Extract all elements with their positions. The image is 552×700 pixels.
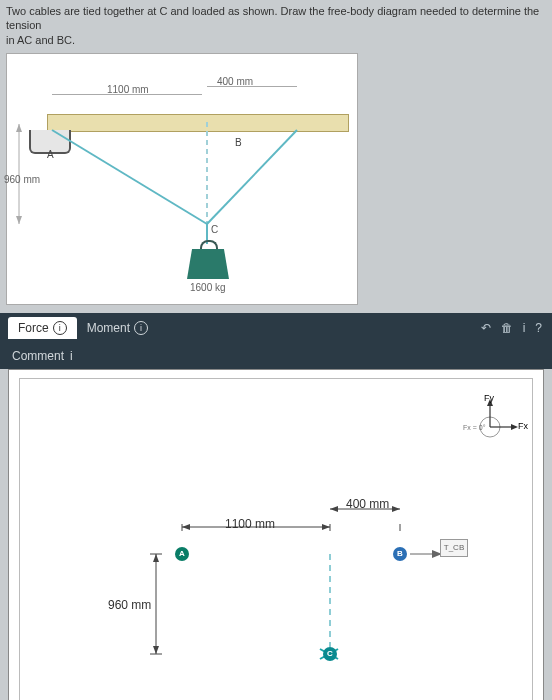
svg-marker-17 — [322, 524, 330, 530]
info-icon[interactable]: i — [53, 321, 67, 335]
dim-400: 400 mm — [217, 76, 253, 87]
node-C[interactable]: C — [323, 647, 337, 661]
prompt-line1: Two cables are tied together at C and lo… — [6, 5, 539, 31]
info-icon[interactable]: i — [70, 349, 73, 363]
svg-marker-6 — [16, 216, 22, 224]
prompt-line2: in AC and BC. — [6, 34, 75, 46]
compass-fy: Fy — [484, 393, 494, 403]
comment-row[interactable]: Comment i — [0, 343, 552, 369]
tension-label-tcb[interactable]: T_CB — [440, 539, 468, 557]
tab-moment-label: Moment — [87, 321, 130, 335]
cables-svg — [7, 54, 357, 304]
comment-label: Comment — [12, 349, 64, 363]
force-compass[interactable]: Fy Fx Fx = 0° — [460, 397, 520, 447]
svg-line-1 — [52, 130, 207, 224]
toolbar-actions: ↶ 🗑 i ? — [481, 321, 552, 335]
label-B: B — [235, 137, 242, 148]
svg-marker-19 — [330, 506, 338, 512]
canvas-dim-1100: 1100 mm — [225, 517, 275, 531]
compass-fx: Fx — [518, 421, 528, 431]
info-icon[interactable]: i — [134, 321, 148, 335]
reference-figure: 1100 mm 400 mm A B 960 mm C 1600 kg — [6, 53, 358, 305]
toolbar: Force i Moment i ↶ 🗑 i ? — [0, 313, 552, 343]
compass-origin: Fx = 0° — [463, 424, 485, 431]
help-icon[interactable]: ? — [535, 321, 542, 335]
canvas-dim-400: 400 mm — [346, 497, 389, 511]
undo-icon[interactable]: ↶ — [481, 321, 491, 335]
trash-icon[interactable]: 🗑 — [501, 321, 513, 335]
label-C: C — [211, 224, 218, 235]
problem-prompt: Two cables are tied together at C and lo… — [0, 0, 552, 51]
node-A[interactable]: A — [175, 547, 189, 561]
weight-label: 1600 kg — [190, 282, 226, 293]
svg-line-2 — [207, 130, 297, 224]
svg-marker-11 — [511, 424, 518, 430]
canvas-dim-960: 960 mm — [108, 598, 151, 612]
tab-force-label: Force — [18, 321, 49, 335]
svg-marker-16 — [182, 524, 190, 530]
drawing-canvas-frame: Fy Fx Fx = 0° 1100 mm 400 mm — [8, 369, 544, 700]
drawing-canvas[interactable]: Fy Fx Fx = 0° 1100 mm 400 mm — [19, 378, 533, 700]
tab-force[interactable]: Force i — [8, 317, 77, 339]
label-A: A — [47, 149, 54, 160]
svg-marker-23 — [153, 646, 159, 654]
svg-marker-22 — [153, 554, 159, 562]
weight-mass — [187, 249, 229, 279]
node-B[interactable]: B — [393, 547, 407, 561]
info-icon[interactable]: i — [523, 321, 526, 335]
beam — [47, 114, 349, 132]
dim-960: 960 mm — [4, 174, 40, 185]
svg-marker-20 — [392, 506, 400, 512]
tab-moment[interactable]: Moment i — [77, 317, 158, 339]
svg-marker-5 — [16, 124, 22, 132]
dim-1100: 1100 mm — [107, 84, 149, 95]
